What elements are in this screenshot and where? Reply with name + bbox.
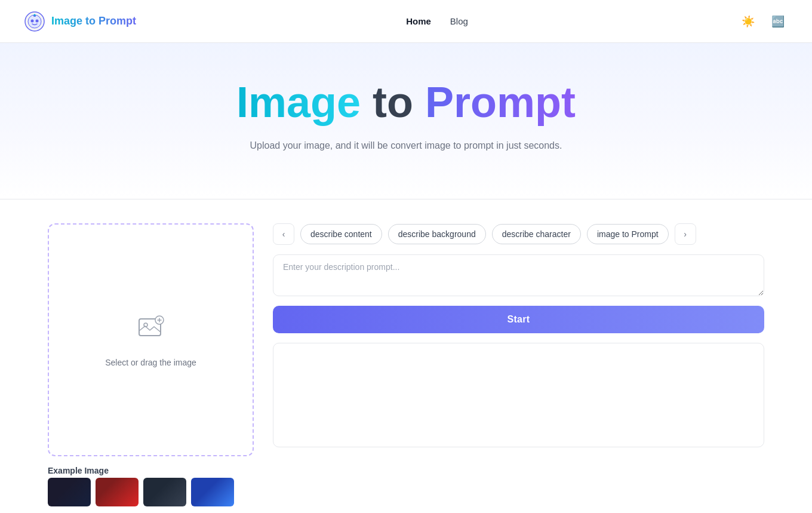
start-button[interactable]: Start <box>273 306 764 333</box>
prompt-input[interactable] <box>273 254 764 296</box>
logo-icon <box>24 11 45 32</box>
nav-links: Home Blog <box>406 16 468 26</box>
nav-actions: ☀️ 🔤 <box>738 11 788 32</box>
nav-link-home[interactable]: Home <box>406 16 431 26</box>
hero-title: Image to Prompt <box>12 79 800 126</box>
tab-describe-content[interactable]: describe content <box>300 224 382 244</box>
tab-describe-background[interactable]: describe background <box>388 224 486 244</box>
nav-logo[interactable]: Image to Prompt <box>24 11 136 32</box>
upload-dropzone[interactable]: Select or drag the image <box>48 223 254 456</box>
example-images-section: Example Image <box>48 466 254 506</box>
svg-point-5 <box>34 14 36 16</box>
tab-describe-character[interactable]: describe character <box>492 224 581 244</box>
theme-toggle-button[interactable]: ☀️ <box>738 11 758 32</box>
sun-icon: ☀️ <box>742 15 755 28</box>
hero-section: Image to Prompt Upload your image, and i… <box>0 43 812 199</box>
tabs-row: ‹ describe content describe background d… <box>273 223 764 245</box>
hero-subtitle: Upload your image, and it will be conver… <box>12 140 800 151</box>
translate-button[interactable]: 🔤 <box>768 11 788 32</box>
controls-section: ‹ describe content describe background d… <box>273 223 764 447</box>
upload-section: Select or drag the image Example Image <box>48 223 254 506</box>
example-images-row <box>48 478 254 506</box>
output-area <box>273 343 764 447</box>
example-thumb-4[interactable] <box>191 478 234 506</box>
upload-drop-label: Select or drag the image <box>105 358 196 367</box>
upload-icon <box>136 313 167 351</box>
example-thumb-2[interactable] <box>96 478 139 506</box>
svg-point-1 <box>28 15 41 28</box>
navbar: Image to Prompt Home Blog ☀️ 🔤 <box>0 0 812 43</box>
chevron-left-icon: ‹ <box>282 229 285 239</box>
translate-icon: 🔤 <box>771 15 785 28</box>
tabs-next-button[interactable]: › <box>675 223 696 245</box>
example-thumb-3[interactable] <box>143 478 186 506</box>
example-label: Example Image <box>48 466 254 475</box>
nav-logo-text: Image to Prompt <box>51 15 136 27</box>
example-thumb-1[interactable] <box>48 478 91 506</box>
hero-title-to: to <box>373 78 425 126</box>
tab-image-to-prompt[interactable]: image to Prompt <box>587 224 669 244</box>
hero-title-image: Image <box>236 78 361 126</box>
main-content: Select or drag the image Example Image ‹ <box>0 199 812 513</box>
hero-title-prompt: Prompt <box>425 78 576 126</box>
nav-link-blog[interactable]: Blog <box>450 16 468 26</box>
svg-point-3 <box>36 19 39 22</box>
chevron-right-icon: › <box>684 229 687 239</box>
tabs-prev-button[interactable]: ‹ <box>273 223 294 245</box>
svg-point-2 <box>31 19 34 22</box>
